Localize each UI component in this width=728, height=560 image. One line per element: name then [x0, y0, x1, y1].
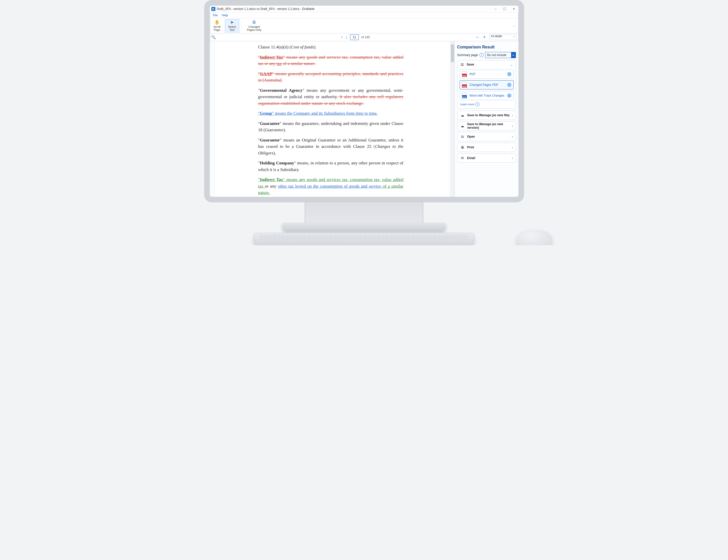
select-text-label: Select Text — [228, 25, 236, 31]
title-bar: D Draft_SFA - version 1.1.docx vs Draft_… — [210, 6, 518, 12]
sub-toolbar: 🔍 ↑ ↓ of 145 − + Fit Width — [210, 33, 518, 41]
page-count-label: of 145 — [361, 35, 370, 39]
go-icon: › — [507, 83, 511, 87]
prev-page-button[interactable]: ↑ — [341, 35, 343, 40]
save-card: 🖫 Save ⌄ PDF PDF › PDF Changed Pages PDF… — [457, 60, 516, 109]
go-icon: › — [507, 94, 511, 98]
export-pdf-label: PDF — [470, 72, 507, 76]
learn-more-link[interactable]: Learn more ? — [460, 102, 514, 106]
close-button[interactable]: ✕ — [509, 6, 518, 12]
document-page: Clause 11.4(a)(ii) (Cost of funds). "Ind… — [215, 41, 449, 197]
document-viewport[interactable]: Clause 11.4(a)(ii) (Cost of funds). "Ind… — [210, 41, 455, 197]
ribbon-collapse-button[interactable]: ︿ — [513, 24, 516, 28]
print-icon: 🖶 — [460, 145, 465, 149]
monitor-stand-base — [282, 223, 446, 230]
doc-paragraph: Clause 11.4(a)(ii) (Cost of funds). — [258, 44, 404, 50]
export-pdf-button[interactable]: PDF PDF › — [460, 70, 514, 79]
chevron-right-icon: › — [512, 135, 513, 139]
window-title: Draft_SFA - version 1.1.docx vs Draft_SF… — [217, 7, 315, 11]
save-imanage-new-file-label: Save to iManage (as new file) — [467, 113, 512, 117]
save-imanage-new-version-label: Save to iManage (as new version) — [467, 122, 512, 129]
menu-bar: File Help — [210, 12, 518, 18]
zoom-in-button[interactable]: + — [482, 35, 487, 40]
open-icon: ⧉ — [460, 135, 465, 139]
hand-icon: ✋ — [214, 20, 220, 24]
doc-paragraph: "Guarantor" means an Original Guarantor … — [258, 137, 404, 157]
save-imanage-new-file-button[interactable]: ☁ Save to iManage (as new file) › — [457, 111, 516, 120]
ribbon-separator — [241, 20, 242, 31]
email-icon: ✉ — [460, 156, 465, 160]
next-page-button[interactable]: ↓ — [345, 35, 347, 40]
cursor-icon: ➤ — [230, 20, 234, 24]
chevron-down-icon: ⌄ — [510, 63, 513, 67]
doc-paragraph: "Group" means the Company and its Subsid… — [258, 110, 404, 117]
page-number-input[interactable] — [350, 34, 359, 40]
save-icon: 🖫 — [460, 63, 464, 67]
comparison-result-panel: Comparison Result Summary page i Do not … — [455, 41, 518, 197]
open-label: Open — [467, 135, 512, 138]
monitor-stand-neck — [305, 202, 423, 223]
save-card-header[interactable]: 🖫 Save ⌄ — [458, 60, 516, 69]
chevron-right-icon: › — [512, 145, 513, 149]
go-icon: › — [507, 72, 511, 76]
scroll-page-label: Scroll Page — [214, 25, 221, 31]
panel-title: Comparison Result — [457, 45, 516, 49]
mouse — [516, 230, 552, 245]
summary-page-value: Do not include — [485, 53, 511, 57]
email-label: Email — [467, 156, 512, 160]
search-icon: 🔍 — [211, 35, 216, 40]
changed-pages-label: Changed Pages Only — [247, 25, 262, 31]
pdf-file-icon: PDF — [462, 82, 467, 88]
scroll-page-button[interactable]: ✋ Scroll Page — [210, 19, 224, 32]
cloud-upload-icon: ☁ — [460, 113, 465, 117]
info-icon[interactable]: i — [479, 53, 484, 57]
open-button[interactable]: ⧉ Open › — [457, 132, 516, 141]
chevron-right-icon: › — [512, 156, 513, 160]
help-icon: ? — [475, 102, 479, 106]
save-imanage-new-version-button[interactable]: ☁ Save to iManage (as new version) › — [457, 121, 516, 131]
maximize-button[interactable]: ☐ — [500, 6, 509, 12]
email-button[interactable]: ✉ Email › — [457, 153, 516, 163]
export-changed-pdf-label: Changed Pages PDF — [470, 83, 507, 87]
word-file-icon: DOC — [462, 93, 467, 98]
zoom-fit-select[interactable]: Fit Width — [489, 34, 516, 40]
doc-paragraph: "Indirect Tax" means any goods and servi… — [258, 54, 404, 67]
doc-paragraph: "Holding Company" means, in relation to … — [258, 160, 404, 173]
cloud-upload-icon: ☁ — [460, 124, 465, 128]
export-changed-pdf-button[interactable]: PDF Changed Pages PDF › — [460, 80, 514, 89]
export-word-button[interactable]: DOC Word with Track Changes › — [460, 91, 514, 100]
chevron-right-icon: › — [512, 124, 513, 128]
summary-page-label: Summary page — [457, 53, 478, 57]
doc-paragraph: "Guarantee" means the guarantee, underta… — [258, 120, 404, 133]
select-text-button[interactable]: ➤ Select Text — [225, 19, 239, 32]
doc-paragraph: "Governmental Agency" means any governme… — [258, 87, 404, 107]
summary-page-select[interactable]: Do not include ▾ — [485, 52, 516, 58]
print-button[interactable]: 🖶 Print › — [457, 143, 516, 152]
search-button[interactable]: 🔍 — [210, 33, 217, 41]
print-label: Print — [467, 146, 512, 149]
zoom-fit-value: Fit Width — [491, 35, 502, 38]
menu-file[interactable]: File — [211, 13, 220, 18]
scrollbar-thumb[interactable] — [451, 44, 454, 62]
ribbon: ✋ Scroll Page ➤ Select Text 🗎 Changed Pa… — [210, 18, 518, 33]
doc-paragraph: "GAAP" means generally accepted accounti… — [258, 71, 404, 84]
keyboard — [254, 233, 474, 245]
pdf-file-icon: PDF — [462, 71, 467, 77]
export-word-label: Word with Track Changes — [470, 94, 507, 97]
document-scrollbar[interactable] — [450, 41, 454, 197]
app-icon: D — [211, 7, 215, 11]
changed-pages-button[interactable]: 🗎 Changed Pages Only — [244, 19, 265, 32]
save-card-label: Save — [467, 63, 510, 66]
pages-icon: 🗎 — [252, 20, 256, 24]
menu-help[interactable]: Help — [220, 13, 230, 18]
doc-paragraph: "Indirect Tax" means any goods and servi… — [258, 176, 404, 196]
minimize-button[interactable]: ─ — [491, 6, 500, 12]
zoom-out-button[interactable]: − — [475, 35, 480, 40]
dropdown-caret-icon: ▾ — [511, 52, 516, 58]
chevron-right-icon: › — [512, 113, 513, 117]
